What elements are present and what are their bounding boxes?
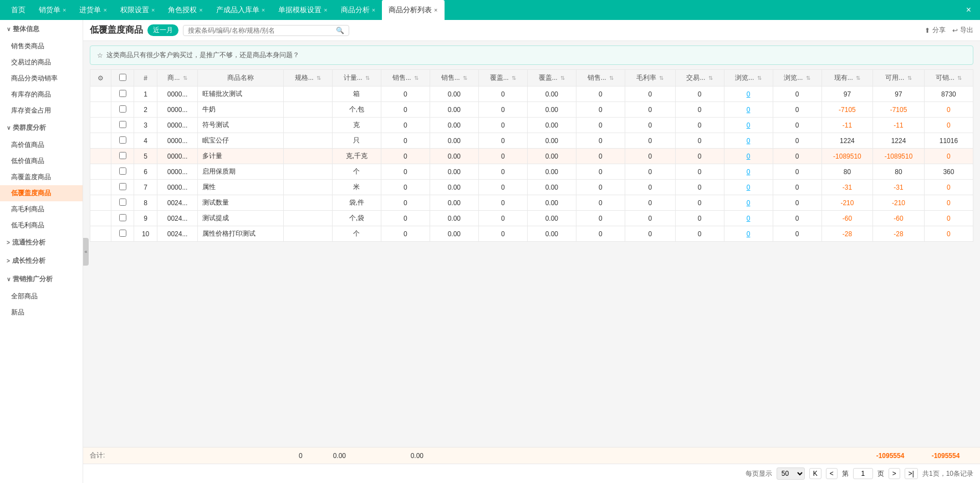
row-checkbox[interactable]	[111, 149, 134, 164]
sidebar-item-high-coverage[interactable]: 高覆盖度商品	[0, 169, 83, 185]
sidebar-item-new-goods[interactable]: 新品	[0, 304, 83, 321]
row-browse1[interactable]: 0	[724, 226, 773, 242]
nav-permissions[interactable]: 权限设置 ×	[114, 0, 161, 20]
row-checkbox[interactable]	[111, 87, 134, 102]
row-checkbox[interactable]	[111, 180, 134, 195]
close-tab-icon[interactable]: ×	[63, 0, 66, 20]
table-row[interactable]: 8 0024... 测试数量 袋,件 0 0.00 0 0.00 0 0 0 0…	[90, 195, 973, 211]
sidebar-section-liquidity[interactable]: > 流通性分析	[0, 233, 83, 252]
row-checkbox[interactable]	[111, 211, 134, 226]
export-button[interactable]: ↩ 导出	[952, 26, 973, 35]
col-gear[interactable]: ⚙	[90, 70, 111, 87]
table-row[interactable]: 7 0000... 属性 米 0 0.00 0 0.00 0 0 0 0 0 -…	[90, 180, 973, 195]
row-browse1[interactable]: 0	[724, 87, 773, 102]
sidebar-item-in-stock[interactable]: 有库存的商品	[0, 87, 83, 103]
row-spec	[283, 180, 332, 195]
row-browse1[interactable]: 0	[724, 133, 773, 149]
col-name[interactable]: 商品名称	[198, 70, 284, 87]
row-browse1[interactable]: 0	[724, 118, 773, 133]
nav-home[interactable]: 首页	[4, 0, 32, 20]
sidebar-item-low-profit[interactable]: 低毛利商品	[0, 217, 83, 233]
sidebar-item-low-coverage[interactable]: 低覆盖度商品	[0, 185, 83, 201]
search-input[interactable]	[188, 27, 334, 34]
nav-analysis-list[interactable]: 商品分析列表 ×	[382, 0, 444, 20]
row-no: 2	[134, 102, 157, 118]
sidebar-section-cluster[interactable]: ∨ 类群度分析	[0, 119, 83, 137]
table-row[interactable]: 9 0024... 测试提成 个,袋 0 0.00 0 0.00 0 0 0 0…	[90, 211, 973, 226]
close-tab-icon[interactable]: ×	[103, 0, 106, 20]
row-browse1[interactable]: 0	[724, 211, 773, 226]
search-icon[interactable]: 🔍	[336, 27, 344, 34]
share-button[interactable]: ⬆ 分享	[925, 26, 946, 35]
col-spec[interactable]: 规格... ⇅	[283, 70, 332, 87]
col-sales2[interactable]: 销售... ⇅	[430, 70, 478, 87]
page-input[interactable]	[853, 468, 873, 479]
period-button[interactable]: 近一月	[147, 24, 178, 36]
table-row[interactable]: 4 0000... 眠宝公仔 只 0 0.00 0 0.00 0 0 0 0 0…	[90, 133, 973, 149]
sidebar-item-low-value[interactable]: 低价值商品	[0, 153, 83, 169]
close-tab-icon[interactable]: ×	[434, 0, 437, 20]
nav-warehouse[interactable]: 产成品入库单 ×	[210, 0, 272, 20]
sidebar-item-sales-goods[interactable]: 销售类商品	[0, 38, 83, 54]
col-sellable[interactable]: 可销... ⇅	[924, 70, 973, 87]
col-sales3[interactable]: 销售... ⇅	[576, 70, 625, 87]
close-tab-icon[interactable]: ×	[262, 0, 265, 20]
next-page-button[interactable]: >	[889, 468, 900, 479]
row-checkbox[interactable]	[111, 226, 134, 242]
col-cover2[interactable]: 覆盖... ⇅	[527, 70, 576, 87]
prev-page-button[interactable]: <	[826, 468, 838, 479]
select-all-checkbox[interactable]	[119, 74, 126, 81]
row-browse1[interactable]: 0	[724, 102, 773, 118]
row-checkbox[interactable]	[111, 133, 134, 149]
close-tab-icon[interactable]: ×	[324, 0, 327, 20]
row-checkbox[interactable]	[111, 102, 134, 118]
first-page-button[interactable]: K	[809, 468, 821, 479]
table-row[interactable]: 6 0000... 启用保质期 个 0 0.00 0 0.00 0 0 0 0 …	[90, 164, 973, 180]
col-gross[interactable]: 毛利率 ⇅	[625, 70, 675, 87]
row-browse1[interactable]: 0	[724, 195, 773, 211]
col-unit[interactable]: 计量... ⇅	[332, 70, 381, 87]
col-browse1[interactable]: 浏览... ⇅	[724, 70, 773, 87]
close-tab-icon[interactable]: ×	[151, 0, 155, 20]
col-sales1[interactable]: 销售... ⇅	[381, 70, 430, 87]
last-page-button[interactable]: >|	[905, 468, 918, 479]
col-available[interactable]: 可用... ⇅	[873, 70, 925, 87]
row-checkbox[interactable]	[111, 164, 134, 180]
row-browse1[interactable]: 0	[724, 164, 773, 180]
row-browse1[interactable]: 0	[724, 149, 773, 164]
col-trans[interactable]: 交易... ⇅	[675, 70, 724, 87]
table-row[interactable]: 1 0000... 旺辅批次测试 箱 0 0.00 0 0.00 0 0 0 0…	[90, 87, 973, 102]
col-browse2[interactable]: 浏览... ⇅	[773, 70, 821, 87]
sidebar-section-overall[interactable]: ∨ 整体信息	[0, 20, 83, 38]
collapse-arrow-icon: >	[7, 258, 10, 264]
table-row[interactable]: 5 0000... 多计量 克,千克 0 0.00 0 0.00 0 0 0 0…	[90, 149, 973, 164]
row-browse1[interactable]: 0	[724, 180, 773, 195]
col-cover1[interactable]: 覆盖... ⇅	[478, 70, 527, 87]
nav-purchase[interactable]: 进货单 ×	[73, 0, 113, 20]
table-row[interactable]: 2 0000... 牛奶 个,包 0 0.00 0 0.00 0 0 0 0 0…	[90, 102, 973, 118]
nav-roles[interactable]: 角色授权 ×	[161, 0, 209, 20]
close-tab-icon[interactable]: ×	[199, 0, 202, 20]
nav-analysis[interactable]: 商品分析 ×	[334, 0, 382, 20]
sidebar-section-marketing[interactable]: ∨ 营销推广分析	[0, 270, 83, 288]
col-check[interactable]	[111, 70, 134, 87]
page-size-select[interactable]: 50 100 200	[777, 467, 805, 480]
sidebar-item-high-value[interactable]: 高价值商品	[0, 137, 83, 153]
row-checkbox[interactable]	[111, 195, 134, 211]
sidebar-item-high-profit[interactable]: 高毛利商品	[0, 201, 83, 217]
col-current[interactable]: 现有... ⇅	[821, 70, 873, 87]
nav-sales[interactable]: 销货单 ×	[32, 0, 73, 20]
col-code[interactable]: 商... ⇅	[157, 70, 197, 87]
sidebar-section-growth[interactable]: > 成长性分析	[0, 252, 83, 270]
close-tab-icon[interactable]: ×	[372, 0, 375, 20]
window-close-button[interactable]: ×	[962, 5, 976, 15]
sidebar-item-inventory-capital[interactable]: 库存资金占用	[0, 103, 83, 119]
nav-template[interactable]: 单据模板设置 ×	[272, 0, 334, 20]
sidebar-item-traded-goods[interactable]: 交易过的商品	[0, 54, 83, 70]
table-row[interactable]: 3 0000... 符号测试 克 0 0.00 0 0.00 0 0 0 0 0…	[90, 118, 973, 133]
sidebar-item-category-rate[interactable]: 商品分类动销率	[0, 70, 83, 87]
sidebar-item-all-goods[interactable]: 全部商品	[0, 288, 83, 304]
table-row[interactable]: 10 0024... 属性价格打印测试 个 0 0.00 0 0.00 0 0 …	[90, 226, 973, 242]
sidebar-collapse-button[interactable]: «	[83, 238, 89, 266]
row-checkbox[interactable]	[111, 118, 134, 133]
